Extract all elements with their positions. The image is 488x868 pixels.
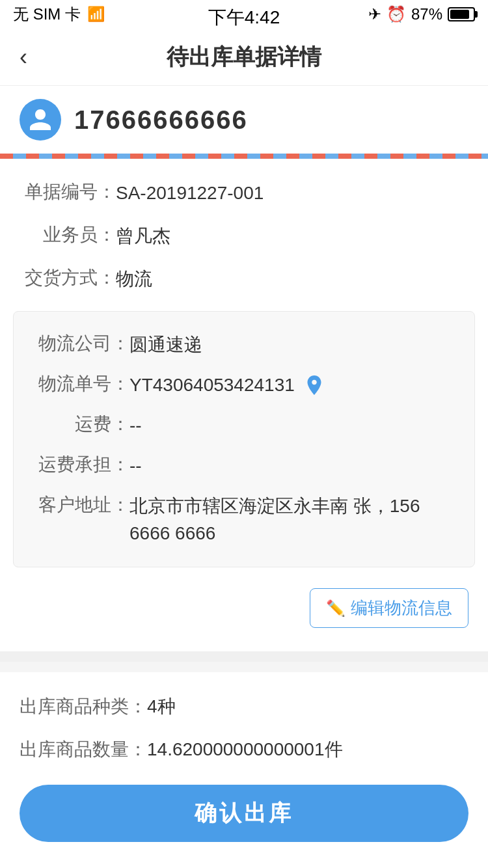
freight-bear-row: 运费承担： -- (20, 446, 468, 486)
section-divider-1 (0, 651, 488, 662)
status-bar: 无 SIM 卡 📶 下午4:42 ✈ ⏰ 87% (0, 0, 488, 29)
status-left: 无 SIM 卡 📶 (13, 4, 105, 25)
goods-quantity-label: 出库商品数量： (20, 737, 147, 762)
customer-header: 17666666666 (0, 86, 488, 154)
logistics-tracking-label: 物流单号： (33, 372, 129, 396)
order-id-row: 单据编号： SA-20191227-001 (0, 172, 488, 215)
alarm-icon: ⏰ (386, 5, 406, 23)
goods-type-row: 出库商品种类： 4种 (0, 685, 488, 728)
logistics-card: 物流公司： 圆通速递 物流单号： YT43064053424131 运费： --… (13, 311, 475, 567)
dashed-divider (0, 154, 488, 159)
logistics-company-label: 物流公司： (33, 331, 129, 356)
edit-logistics-btn-area: ✏️ 编辑物流信息 (0, 578, 488, 638)
salesman-value: 曾凡杰 (116, 223, 468, 250)
edit-logistics-button[interactable]: ✏️ 编辑物流信息 (310, 588, 468, 628)
delivery-label: 交货方式： (20, 265, 116, 290)
logistics-tracking-row: 物流单号： YT43064053424131 (20, 365, 468, 405)
carrier-label: 无 SIM 卡 (13, 4, 81, 25)
freight-row: 运费： -- (20, 405, 468, 446)
salesman-label: 业务员： (20, 223, 116, 247)
logistics-tracking-value: YT43064053424131 (129, 372, 455, 399)
confirm-btn-area: 确认出库 (0, 772, 488, 868)
status-time: 下午4:42 (208, 5, 280, 30)
user-icon (27, 107, 53, 133)
logistics-company-row: 物流公司： 圆通速递 (20, 325, 468, 365)
freight-bear-value: -- (129, 452, 455, 480)
confirm-outbound-button[interactable]: 确认出库 (20, 785, 468, 842)
freight-value: -- (129, 412, 455, 439)
address-label: 客户地址： (33, 493, 129, 517)
nav-bar: ‹ 待出库单据详情 (0, 29, 488, 86)
delivery-value: 物流 (116, 265, 468, 293)
order-id-value: SA-20191227-001 (116, 180, 468, 207)
goods-type-value: 4种 (147, 694, 468, 719)
order-id-label: 单据编号： (20, 180, 116, 204)
avatar (20, 99, 61, 141)
order-info-section: 单据编号： SA-20191227-001 业务员： 曾凡杰 交货方式： 物流 … (0, 159, 488, 651)
page-title: 待出库单据详情 (167, 42, 321, 72)
logistics-company-value: 圆通速递 (129, 331, 455, 359)
address-value: 北京市市辖区海淀区永丰南 张，156 6666 6666 (129, 493, 455, 547)
battery-percent: 87% (411, 5, 442, 23)
salesman-row: 业务员： 曾凡杰 (0, 215, 488, 258)
freight-bear-label: 运费承担： (33, 452, 129, 477)
goods-quantity-value: 14.620000000000001件 (147, 737, 468, 762)
edit-logistics-label: 编辑物流信息 (351, 597, 452, 619)
location-status-icon: ✈ (368, 5, 381, 23)
battery-indicator (448, 7, 475, 21)
back-button[interactable]: ‹ (20, 46, 27, 69)
map-location-icon[interactable] (303, 373, 326, 397)
main-content: 17666666666 单据编号： SA-20191227-001 业务员： 曾… (0, 86, 488, 868)
customer-phone: 17666666666 (74, 105, 248, 135)
goods-type-label: 出库商品种类： (20, 694, 147, 719)
freight-label: 运费： (33, 412, 129, 437)
address-row: 客户地址： 北京市市辖区海淀区永丰南 张，156 6666 6666 (20, 486, 468, 554)
status-right: ✈ ⏰ 87% (368, 5, 475, 23)
delivery-row: 交货方式： 物流 (0, 258, 488, 301)
battery-fill (450, 10, 469, 19)
goods-quantity-row: 出库商品数量： 14.620000000000001件 (0, 728, 488, 771)
edit-icon: ✏️ (326, 599, 346, 617)
wifi-icon: 📶 (87, 6, 105, 23)
